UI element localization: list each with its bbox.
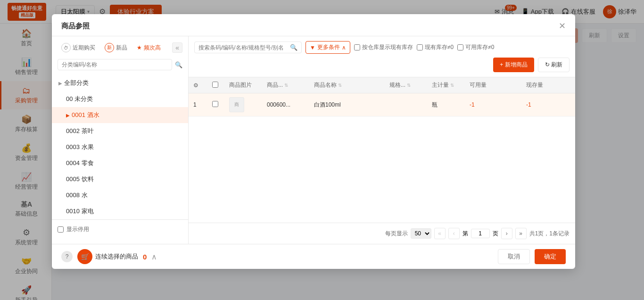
row-checkbox-cell	[207, 93, 224, 117]
settings-col-icon[interactable]: ⚙	[193, 82, 203, 89]
first-page-btn[interactable]: «	[434, 228, 446, 239]
warehouse-display-label: 按仓库显示现有库存	[362, 43, 413, 51]
clock-icon: ⏱	[61, 43, 71, 52]
star-icon: ★	[137, 44, 142, 51]
col-unit-label: 主计量	[432, 82, 449, 88]
row-index: 1	[189, 93, 207, 117]
category-panel: ⏱ 近期购买 新 新品 ★ 频次高 « 🔍	[52, 36, 189, 244]
high-frequency-label: 频次高	[144, 44, 161, 52]
category-item-water[interactable]: 0008 水	[52, 187, 188, 203]
category-search-icon[interactable]: 🔍	[175, 61, 182, 68]
page-size-label: 每页显示	[385, 230, 408, 238]
col-stock: 现存量	[521, 77, 575, 93]
filter-btn[interactable]: ▼ 更多条件 ∧	[305, 41, 350, 54]
show-disabled-label: 显示停用	[66, 225, 89, 233]
expand-icon: ▶	[58, 81, 62, 86]
show-disabled-checkbox[interactable]	[58, 226, 64, 233]
stock-nonzero-label: 现有库存≠0	[425, 43, 454, 51]
collapse-cart-icon[interactable]: ∧	[151, 252, 157, 261]
recent-purchases-label: 近期购买	[73, 44, 95, 52]
filter-label: 更多条件	[317, 43, 340, 51]
filter-arrow-icon: ∧	[342, 44, 346, 51]
category-item-liquor[interactable]: ▶ 0001 酒水	[52, 107, 188, 123]
cart-icon[interactable]: 🛒	[77, 249, 92, 264]
warehouse-display-checkbox[interactable]	[354, 44, 360, 50]
new-products-tab[interactable]: 新 新品	[101, 41, 131, 54]
page-size-select[interactable]: 50	[411, 228, 431, 239]
recent-purchases-tab[interactable]: ⏱ 近期购买	[58, 41, 99, 54]
sort-unit-icon[interactable]: ⇅	[450, 83, 454, 88]
stock-nonzero-checkbox[interactable]	[417, 44, 423, 50]
col-spec: 规格... ⇅	[385, 77, 427, 93]
category-search-input[interactable]	[58, 59, 172, 70]
available-nonzero-checkbox[interactable]	[457, 44, 463, 50]
col-name-label: 商品名称	[314, 82, 337, 88]
row-stock-cell: -1	[521, 93, 575, 117]
row-image-cell: 商	[224, 93, 262, 117]
help-icon-btn[interactable]: ?	[61, 251, 73, 262]
category-item-beverage[interactable]: 0005 饮料	[52, 171, 188, 187]
last-page-btn[interactable]: »	[515, 228, 527, 239]
product-image: 商	[229, 97, 244, 112]
product-reference-modal: 商品参照 ✕ ⏱ 近期购买 新 新品 ★ 频次高	[52, 14, 575, 269]
category-item-tea[interactable]: 0002 茶叶	[52, 123, 188, 139]
row-select-checkbox[interactable]	[212, 101, 218, 107]
modal-close-icon[interactable]: ✕	[559, 21, 566, 31]
col-available-label: 可用量	[470, 82, 487, 88]
category-item-snacks[interactable]: 0004 零食	[52, 155, 188, 171]
col-spec-label: 规格...	[389, 82, 405, 88]
new-icon: 新	[105, 43, 114, 52]
prev-page-btn[interactable]: ‹	[448, 228, 460, 239]
category-item-all[interactable]: ▶ 全部分类	[52, 75, 188, 91]
col-index: ⚙	[189, 77, 207, 93]
expand-icon-liquor: ▶	[66, 113, 70, 118]
category-water-label: 0008 水	[66, 191, 88, 200]
category-snacks-label: 0004 零食	[66, 159, 94, 167]
high-frequency-tab[interactable]: ★ 频次高	[133, 42, 165, 54]
select-all-checkbox[interactable]	[212, 82, 218, 88]
page-number-label: 第	[462, 230, 468, 238]
row-code-cell: 000600...	[262, 93, 309, 117]
row-spec-cell	[385, 93, 427, 117]
add-product-btn[interactable]: + 新增商品	[493, 58, 534, 72]
category-fruit-label: 0003 水果	[66, 143, 94, 151]
category-tea-label: 0002 茶叶	[66, 127, 94, 135]
category-all-label: 全部分类	[64, 79, 89, 87]
product-search-bar: 🔍	[194, 42, 302, 53]
cart-text: 连续选择的商品	[95, 252, 138, 261]
search-icon[interactable]: 🔍	[290, 44, 297, 51]
next-page-btn[interactable]: ›	[501, 228, 512, 239]
page-number-input[interactable]	[471, 229, 490, 238]
col-code-label: 商品...	[267, 82, 283, 88]
col-image: 商品图片	[224, 77, 262, 93]
available-nonzero-label: 可用库存≠0	[465, 43, 494, 51]
cancel-btn[interactable]: 取消	[498, 249, 530, 264]
row-name-cell: 白酒100ml	[309, 93, 385, 117]
category-item-unclassified[interactable]: 00 未分类	[52, 91, 188, 107]
category-item-appliance[interactable]: 0010 家电	[52, 203, 188, 219]
category-liquor-label: 0001 酒水	[72, 111, 99, 119]
category-list: ▶ 全部分类 00 未分类 ▶ 0001 酒水 0002 茶叶 0003 水果	[52, 75, 188, 219]
collapse-panel-btn[interactable]: «	[172, 42, 182, 53]
table-row[interactable]: 1 商 000600... 白酒100ml 瓶	[189, 93, 575, 117]
filter-icon: ▼	[310, 44, 315, 51]
sort-name-icon[interactable]: ⇅	[338, 83, 342, 88]
row-unit-cell: 瓶	[427, 93, 465, 117]
sort-code-icon[interactable]: ⇅	[284, 83, 288, 88]
confirm-btn[interactable]: 确定	[535, 249, 566, 264]
category-item-fruit[interactable]: 0003 水果	[52, 139, 188, 155]
category-unclassified-label: 00 未分类	[66, 95, 93, 103]
page-total-label: 共1页，1条记录	[529, 230, 570, 238]
col-available: 可用量	[465, 77, 521, 93]
modal-title: 商品参照	[61, 22, 90, 31]
col-name: 商品名称 ⇅	[309, 77, 385, 93]
product-search-input[interactable]	[198, 44, 288, 51]
cart-count: 0	[143, 253, 147, 261]
col-code: 商品... ⇅	[262, 77, 309, 93]
col-checkbox	[207, 77, 224, 93]
product-table: ⚙ 商品图片 商品... ⇅	[189, 77, 575, 223]
sort-spec-icon[interactable]: ⇅	[407, 83, 411, 88]
col-unit: 主计量 ⇅	[427, 77, 465, 93]
refresh-btn[interactable]: ↻ 刷新	[538, 58, 570, 72]
col-stock-label: 现存量	[526, 82, 543, 88]
